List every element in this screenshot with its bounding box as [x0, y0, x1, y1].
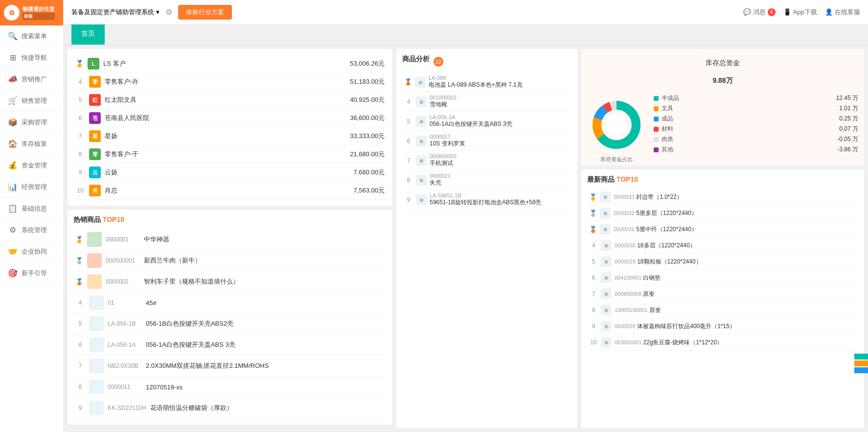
app-download-btn[interactable]: 📱 App下载 [783, 8, 817, 17]
list-item: 🥈 ▣ 0000032 5厘多层（1220*2440） [587, 205, 858, 221]
sidebar-item-inventory[interactable]: 🏠 库存核算 [0, 133, 63, 155]
customer-ranking-table: 🥇 L LS 客户 53,006.26元 4 零 零售客户-许 51,183.0… [73, 55, 387, 200]
settings-icon[interactable]: ⚙ [165, 7, 172, 17]
customer-service-btn[interactable]: 客服热线 [854, 354, 868, 360]
list-item: 8 ▣ 10000100001 原奎 [587, 302, 858, 318]
product-code: NB2.0X30B [108, 362, 142, 369]
rank-number: 4 [75, 78, 85, 85]
product-name: 原奎 [649, 307, 661, 313]
hot-products-list: 🥇 0000001 中华神器 🥈 000500001 新西兰牛肉（新牛） 🥉 [73, 229, 387, 419]
sidebar-search[interactable]: 🔍 搜索菜单 [0, 25, 63, 47]
chart-label: 库存资金占比 [587, 156, 646, 163]
product-code: LA-056-1A [108, 341, 142, 348]
product-icon: ▣ [416, 136, 427, 146]
list-item: 5 LA-056-1B 056-1B白色按键开关壳ABS2壳 [73, 313, 387, 335]
online-service-btn[interactable]: 👤 在线客服 [825, 8, 860, 17]
list-item: 8 ▣ 0000021 夹壳 [402, 170, 571, 190]
customer-name: 零售客户-许 [105, 77, 346, 86]
sidebar-item-basic-info[interactable]: 📋 基础信息 [0, 198, 63, 219]
product-code: 0000029 [615, 259, 636, 264]
medal-icon: 🥉 [404, 78, 412, 86]
legend-dot [654, 106, 659, 111]
table-row: 🥇 L LS 客户 53,006.26元 [73, 55, 387, 73]
product-code: 0000002 [106, 278, 140, 285]
message-btn[interactable]: 💬 消息 6 [743, 8, 776, 17]
product-icon: ▣ [416, 194, 427, 205]
list-item: 4 ▣ 0000030 18多层（1220*2440） [587, 238, 858, 254]
middle-panels: 商品分析 22 🥉 ▣ LA-089 电池盖 LA-089 ABS本色+黑种 7… [396, 45, 577, 432]
product-code: 004100001 [615, 275, 641, 281]
message-badge: 6 [768, 8, 776, 16]
sidebar-item-purchase[interactable]: 📦 采购管理 [0, 112, 63, 133]
rank-number: 6 [75, 115, 85, 121]
table-row: 6 苍 苍南县人民医院 36,600.00元 [73, 109, 387, 127]
product-icon: ▣ [600, 192, 611, 202]
rank-number: 7 [589, 290, 598, 297]
list-item: 6 ▣ 004100001 白钢垫 [587, 270, 858, 286]
rank-number: 4 [404, 98, 413, 105]
product-icon: ▣ [415, 77, 426, 88]
rank-number: 6 [404, 138, 413, 144]
customer-badge: 星 [89, 130, 101, 142]
list-item: 7 NB2.0X30B 2.0X30MM双搓花轴,搓花直径2.1MM/ROHS [73, 356, 387, 377]
purchase-icon: 📦 [8, 118, 18, 127]
sidebar-item-guide[interactable]: 🎯 新手引导 [0, 263, 63, 284]
legend-item: 其他 -3.86 万 [654, 145, 858, 154]
product-name: 12070519-xs [146, 384, 385, 391]
product-image-placeholder [89, 295, 104, 310]
product-code: 0000011 [108, 384, 142, 390]
product-image-placeholder [89, 337, 104, 352]
live-btn[interactable]: 直播 [854, 367, 868, 373]
rank-number: 7 [404, 157, 413, 164]
product-code: LA-056-1B [108, 320, 142, 327]
customer-badge: 红 [89, 94, 101, 106]
sidebar-item-operations[interactable]: 📊 经营管理 [0, 176, 63, 198]
rank-number: 7 [75, 362, 85, 369]
rank-number: 4 [589, 242, 598, 249]
product-icon: ▣ [601, 272, 612, 283]
sidebar-item-marketing[interactable]: 📣 营销推广 [0, 69, 63, 90]
list-item: 5 ▣ LA-056-1A 056-1A白色按键开关盖ABS 3壳 [402, 112, 571, 131]
list-item: 6 LA-056-1A 056-1A白色按键开关盖ABS 3壳 [73, 335, 387, 356]
legend-dot [654, 96, 659, 101]
medal-icon: 🥈 [589, 210, 597, 217]
legend-item: 材料 0.07 万 [654, 125, 858, 133]
product-name: 5厘中纤（1220*2440） [636, 226, 697, 233]
sidebar-item-system[interactable]: ⚙ 系统管理 [0, 219, 63, 241]
guide-icon: 🎯 [8, 268, 18, 278]
product-code: LA-056-1A [430, 114, 570, 120]
home-icon: ⊞ [8, 53, 18, 62]
sidebar-item-enterprise[interactable]: 🤝 企业协同 [0, 241, 63, 263]
product-image [87, 232, 102, 247]
product-name: 45# [146, 299, 385, 307]
rank-number: 10 [589, 339, 598, 346]
analysis-badge: 22 [434, 57, 443, 67]
list-item: 10 ▣ 003800001 22g鱼豆腐-烧烤味（1*12*20） [587, 335, 858, 351]
customer-name: LS 客户 [103, 59, 346, 68]
product-name: 原奎 [643, 290, 655, 297]
trial-btn[interactable]: 体验行业方案 [178, 5, 232, 20]
rank-number: 9 [589, 323, 598, 330]
product-icon: ▣ [600, 224, 611, 235]
sidebar-item-quick-nav[interactable]: ⊞ 快捷导航 [0, 47, 63, 69]
product-code: 01 [108, 299, 142, 306]
legend-dot [654, 127, 659, 132]
table-row: 7 星 星扬 33,333.00元 [73, 127, 387, 145]
rank-number: 9 [75, 405, 85, 411]
product-icon: ▣ [416, 96, 427, 107]
product-name: 封边带（1.0*22） [636, 193, 683, 200]
legend-item: 半成品 12.45 万 [654, 94, 858, 102]
rank-number: 6 [589, 274, 598, 281]
sidebar-item-finance[interactable]: 💰 资金管理 [0, 155, 63, 176]
product-name: 056-1B白色按键开关壳ABS2壳 [146, 319, 385, 328]
inventory-panel: 库存总资金 9.88万 [581, 49, 864, 166]
sidebar-item-sales[interactable]: 🛒 销售管理 [0, 90, 63, 112]
list-item: 4 ▣ 001000002 雪地靴 [402, 92, 571, 112]
tab-home[interactable]: 首页 [71, 24, 105, 45]
system-selector[interactable]: 装备及固定资产辅助管理系统 ▾ [71, 8, 160, 17]
rank-number: 8 [75, 151, 85, 158]
product-name: 18颗粒板（1220*2440） [637, 258, 701, 265]
product-code: 0000032 [614, 210, 635, 216]
rank-number: 8 [75, 384, 85, 390]
service-community-btn[interactable]: 服务社区 [854, 360, 868, 366]
